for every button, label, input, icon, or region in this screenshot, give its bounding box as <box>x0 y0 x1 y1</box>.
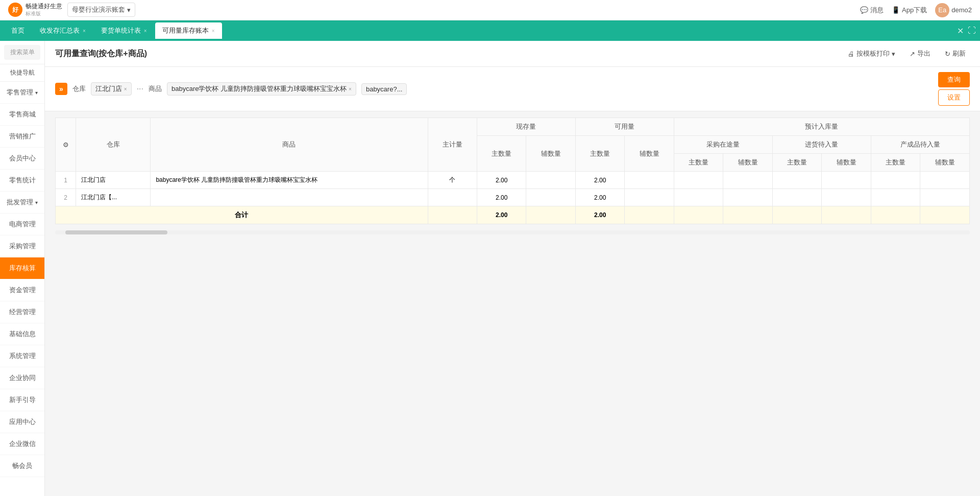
sidebar-item-inventory-check-label: 库存核算 <box>9 264 36 273</box>
message-label: 消息 <box>870 6 884 15</box>
table-scroll-thumb[interactable] <box>65 230 167 234</box>
sidebar-item-basics[interactable]: 基础信息 <box>0 323 44 345</box>
warehouse-filter-tag[interactable]: 江北门店 × <box>91 82 132 96</box>
industry-select[interactable]: 母婴行业演示账套 ▾ <box>67 3 135 17</box>
content-area: 可用量查询(按仓库+商品) 🖨 按模板打印 ▾ ↗ 导出 ↻ 刷新 » <box>45 41 980 496</box>
sidebar-item-purchase[interactable]: 采购管理 <box>0 235 44 257</box>
row-avail-main-1: 2.00 <box>575 189 624 206</box>
sidebar-item-retail-stats-label: 零售统计 <box>9 176 36 185</box>
product-filter-value-1: babycare学饮杯 儿童防摔防撞吸管杯重力球吸嘴杯宝宝水杯 <box>172 84 347 93</box>
row-num-1: 2 <box>56 189 76 206</box>
sidebar-item-members-label: 会员中心 <box>9 154 36 163</box>
sidebar-item-retail-mgmt[interactable]: 零售管理 ▾ <box>0 82 44 104</box>
tab-receipts[interactable]: 收发存汇总表 × <box>33 22 93 39</box>
sidebar-item-marketing[interactable]: 营销推广 <box>0 126 44 148</box>
tab-home[interactable]: 首页 <box>4 22 32 39</box>
tab-inventory-label: 可用量库存账本 <box>162 26 209 35</box>
row-inc-main-1 <box>772 189 821 206</box>
row-warehouse-0: 江北门店 <box>76 172 151 189</box>
sidebar-item-finance[interactable]: 资金管理 <box>0 279 44 301</box>
row-current-aux-1 <box>526 189 575 206</box>
top-bar-right: 💬 消息 📱 App下载 Ea demo2 <box>860 3 972 17</box>
col-settings-header[interactable]: ⚙ <box>56 118 76 172</box>
sidebar-quick-nav[interactable]: 快捷导航 <box>0 64 44 82</box>
total-pur-main <box>674 206 723 224</box>
product-filter-label: 商品 <box>149 84 162 93</box>
row-product-1 <box>151 189 428 206</box>
nav-tabs: 首页 收发存汇总表 × 要货单统计表 × 可用量库存账本 × ✕ ⛶ <box>0 20 980 41</box>
sidebar-item-retail-stats[interactable]: 零售统计 <box>0 170 44 192</box>
refresh-btn[interactable]: ↻ 刷新 <box>941 47 970 60</box>
tab-inventory-close[interactable]: × <box>212 28 215 34</box>
export-label: 导出 <box>917 49 930 58</box>
table-scroll-bar[interactable] <box>55 230 970 234</box>
user-label: demo2 <box>951 6 972 14</box>
total-current-main: 2.00 <box>477 206 526 224</box>
row-current-main-0: 2.00 <box>477 172 526 189</box>
user-btn[interactable]: Ea demo2 <box>935 3 972 17</box>
sidebar-item-marketing-label: 营销推广 <box>9 132 36 141</box>
page-actions: 🖨 按模板打印 ▾ ↗ 导出 ↻ 刷新 <box>844 47 970 60</box>
chevron-down-icon: ▾ <box>35 90 38 96</box>
download-btn[interactable]: 📱 App下载 <box>892 6 927 15</box>
row-current-aux-0 <box>526 172 575 189</box>
logo-text-block: 畅捷通好生意 标准版 <box>26 3 62 17</box>
logo-icon: 好 <box>8 3 22 17</box>
sidebar-item-vip[interactable]: 畅会员 <box>0 455 44 477</box>
search-menu-button[interactable]: 搜索菜单 <box>4 45 40 60</box>
total-label-cell: 合计 <box>56 206 428 224</box>
tab-orders[interactable]: 要货单统计表 × <box>94 22 154 39</box>
sidebar-item-wholesale-mgmt[interactable]: 批发管理 ▾ <box>0 192 44 214</box>
sidebar-item-members[interactable]: 会员中心 <box>0 148 44 170</box>
tab-receipts-close[interactable]: × <box>83 28 86 34</box>
sidebar-item-guide[interactable]: 新手引导 <box>0 389 44 411</box>
tab-orders-close[interactable]: × <box>144 28 147 34</box>
col-inc-aux-header: 辅数量 <box>822 154 871 172</box>
row-unit-1 <box>428 189 477 206</box>
nav-close-btn[interactable]: ✕ <box>957 26 964 36</box>
row-prod-aux-0 <box>920 172 970 189</box>
warehouse-more-btn[interactable]: ··· <box>137 84 143 93</box>
chevron-down-icon: ▾ <box>127 6 131 14</box>
sidebar-item-enterprise[interactable]: 企业协同 <box>0 367 44 389</box>
total-avail-aux <box>625 206 674 224</box>
warehouse-tag-close-icon[interactable]: × <box>124 86 127 92</box>
sidebar-item-apps[interactable]: 应用中心 <box>0 411 44 433</box>
col-production-pending-header: 产成品待入量 <box>871 136 969 154</box>
avatar: Ea <box>935 3 949 17</box>
sidebar-item-retail-mall[interactable]: 零售商城 <box>0 104 44 126</box>
col-current-stock-header: 现存量 <box>477 118 575 136</box>
sidebar-item-basics-label: 基础信息 <box>9 329 36 339</box>
logo-text: 畅捷通好生意 <box>26 3 62 10</box>
total-current-aux <box>526 206 575 224</box>
message-btn[interactable]: 💬 消息 <box>860 6 884 15</box>
filter-expand-button[interactable]: » <box>55 83 67 95</box>
query-button[interactable]: 查询 <box>938 72 970 87</box>
product-filter-tag-1[interactable]: babycare学饮杯 儿童防摔防撞吸管杯重力球吸嘴杯宝宝水杯 × <box>167 82 356 96</box>
row-prod-main-0 <box>871 172 920 189</box>
sidebar-item-system[interactable]: 系统管理 <box>0 345 44 367</box>
settings-button[interactable]: 设置 <box>938 89 970 106</box>
print-btn[interactable]: 🖨 按模板打印 ▾ <box>844 47 899 60</box>
message-icon: 💬 <box>860 6 868 14</box>
industry-label: 母婴行业演示账套 <box>72 5 125 14</box>
export-btn[interactable]: ↗ 导出 <box>905 47 935 60</box>
row-warehouse-1: 江北门店【... <box>76 189 151 206</box>
page-title: 可用量查询(按仓库+商品) <box>55 49 147 59</box>
tab-inventory[interactable]: 可用量库存账本 × <box>155 22 222 39</box>
sidebar-item-system-label: 系统管理 <box>9 351 36 361</box>
product-tag-1-close-icon[interactable]: × <box>349 86 352 92</box>
product-filter-tag-2[interactable]: babycare?... <box>361 83 407 95</box>
sidebar-item-operations[interactable]: 经营管理 <box>0 301 44 323</box>
sidebar-item-ecommerce[interactable]: 电商管理 <box>0 214 44 235</box>
refresh-icon: ↻ <box>945 50 950 58</box>
tab-orders-label: 要货单统计表 <box>101 26 141 35</box>
settings-icon: ⚙ <box>63 141 69 149</box>
nav-maximize-btn[interactable]: ⛶ <box>968 26 976 36</box>
filter-bar: » 仓库 江北门店 × ··· 商品 babycare学饮杯 儿童防摔防撞吸管杯… <box>45 67 980 111</box>
sidebar-item-inventory-check[interactable]: 库存核算 <box>0 257 44 279</box>
row-product-0: babycare学饮杯 儿童防摔防撞吸管杯重力球吸嘴杯宝宝水杯 <box>151 172 428 189</box>
row-pur-main-0 <box>674 172 723 189</box>
sidebar-item-wechat[interactable]: 企业微信 <box>0 433 44 455</box>
tab-receipts-label: 收发存汇总表 <box>40 26 80 35</box>
